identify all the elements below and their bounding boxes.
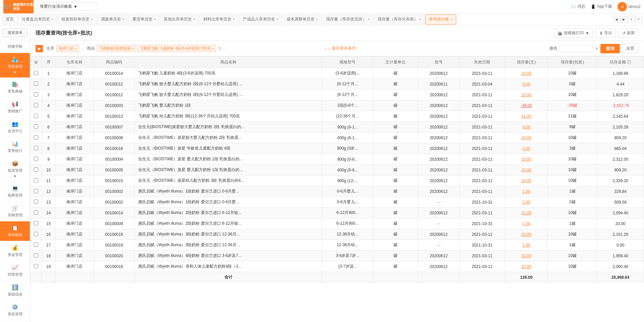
- tag-remove-icon[interactable]: ×: [74, 47, 76, 51]
- tab-material-out[interactable]: 材料出库单历史 ×: [200, 14, 238, 24]
- message-btn[interactable]: ✉️ 消息: [571, 4, 585, 9]
- cell-checkbox[interactable]: [31, 90, 42, 100]
- sidebar-item-retail-stats[interactable]: 📊 零售统计: [0, 137, 30, 157]
- tab-home[interactable]: 首页: [2, 14, 17, 24]
- close-icon[interactable]: ×: [450, 17, 452, 21]
- cell-qty1[interactable]: 10.00: [505, 208, 548, 218]
- cell-checkbox[interactable]: [31, 251, 42, 261]
- sidebar-item-wholesale[interactable]: 📦 批发管理 ▼: [0, 157, 30, 182]
- cell-qty1[interactable]: 11.00: [505, 111, 548, 122]
- tab-cost-adjust[interactable]: 成本调整单历史 ×: [283, 14, 322, 24]
- sidebar-item-collab[interactable]: 🤝 企业协同: [0, 320, 30, 322]
- cell-checkbox[interactable]: [31, 165, 42, 175]
- cell-checkbox[interactable]: [31, 197, 42, 208]
- cell-qty1[interactable]: 10.00: [505, 251, 548, 261]
- cell-checkbox[interactable]: [31, 111, 42, 122]
- search-menu-btn[interactable]: 搜索菜单: [2, 28, 28, 37]
- cell-checkbox[interactable]: [31, 208, 42, 218]
- cell-qty1[interactable]: 0.00: [505, 79, 548, 90]
- cell-qty1[interactable]: 1.00: [505, 218, 548, 229]
- tab-assembly[interactable]: 组装拆卸单历史 ×: [58, 14, 97, 24]
- cell-qty1[interactable]: 1.00: [505, 240, 548, 251]
- cell-qty1[interactable]: 9.00: [505, 122, 548, 132]
- close-icon[interactable]: ×: [122, 17, 124, 21]
- tab-split-inventory[interactable]: 分量盘点单历史 ×: [18, 14, 57, 24]
- cell-qty1[interactable]: 10.00: [505, 90, 548, 100]
- tab-menu-btn[interactable]: ≡: [635, 16, 642, 23]
- close-icon[interactable]: ×: [154, 17, 156, 21]
- close-icon[interactable]: ×: [419, 17, 421, 21]
- cell-checkbox[interactable]: [31, 143, 42, 154]
- cell-qty1[interactable]: 10.00: [505, 68, 548, 79]
- product-tag-1[interactable]: 飞鹤奶粉3段两提装 ×: [97, 45, 137, 52]
- sidebar-item-business[interactable]: 📈 经营管理: [0, 261, 30, 281]
- cell-checkbox[interactable]: [31, 68, 42, 79]
- sidebar-item-mall[interactable]: 🛍️ 零售商城: [0, 78, 30, 98]
- cell-checkbox[interactable]: [31, 79, 42, 90]
- cell-qty1[interactable]: 10.00: [505, 132, 548, 143]
- warehouse-tag-nanantag[interactable]: 南岸门店 ×: [56, 45, 79, 52]
- cell-checkbox[interactable]: [31, 229, 42, 240]
- cell-qty1[interactable]: 3.00: [505, 143, 548, 154]
- sidebar-item-purchase[interactable]: 🛒 采购管理: [0, 202, 30, 221]
- cell-qty1[interactable]: -39.00: [505, 100, 548, 111]
- expand-conditions-btn[interactable]: ⌄⌄ 展开更多条件: [324, 46, 356, 51]
- tab-stock-dist[interactable]: 现存量（库存分布表） ×: [374, 14, 425, 24]
- tag-remove-icon[interactable]: ×: [212, 47, 214, 51]
- sidebar-item-member[interactable]: 👥 会员中心: [0, 117, 30, 137]
- sidebar-item-inventory[interactable]: 📋 库存核算: [0, 221, 30, 241]
- cell-checkbox[interactable]: [31, 122, 42, 132]
- export-btn[interactable]: ⬇ 导出: [596, 28, 616, 38]
- cell-checkbox[interactable]: [31, 154, 42, 165]
- tag-remove-icon[interactable]: ×: [132, 47, 134, 51]
- tab-other-out[interactable]: 其他出库单历史 ×: [160, 14, 199, 24]
- filter-toggle-btn[interactable]: ▶: [36, 45, 43, 52]
- close-icon[interactable]: ×: [233, 17, 235, 21]
- color-filter-input[interactable]: [559, 45, 593, 52]
- cell-qty1[interactable]: 10.00: [505, 229, 548, 240]
- sidebar-item-ecommerce[interactable]: 💻 电商管理: [0, 182, 30, 202]
- cell-checkbox[interactable]: [31, 100, 42, 111]
- sidebar-item-finance[interactable]: 💰 资金管理: [0, 241, 30, 261]
- close-icon[interactable]: ×: [193, 17, 195, 21]
- cell-checkbox[interactable]: [31, 175, 42, 186]
- close-icon[interactable]: ×: [368, 17, 370, 21]
- cell-qty1[interactable]: 10.00: [505, 165, 548, 175]
- cell-checkbox[interactable]: [31, 240, 42, 251]
- close-icon[interactable]: ×: [51, 17, 53, 21]
- tab-next-btn[interactable]: ▶: [621, 16, 627, 23]
- sidebar-item-marketing[interactable]: 📢 营销推广: [0, 98, 30, 117]
- sidebar-item-system[interactable]: ⚙️ 系统管理: [0, 301, 30, 320]
- sidebar-item-retail[interactable]: 🏪 零售管理 ▼: [0, 53, 30, 78]
- template-print-btn[interactable]: 🖨️ 按模板打印 ▼: [554, 28, 593, 38]
- cell-checkbox[interactable]: [31, 186, 42, 197]
- quick-nav-btn[interactable]: 快捷导航: [2, 42, 28, 51]
- close-icon[interactable]: ×: [91, 17, 93, 21]
- cell-checkbox[interactable]: [31, 132, 42, 143]
- tab-transfer[interactable]: 调拨单历史 ×: [97, 14, 128, 24]
- tab-product-in[interactable]: 产成品入库单历史 ×: [239, 14, 282, 24]
- account-selector[interactable]: 母婴行业演示账套 ▼: [37, 2, 97, 11]
- cell-checkbox[interactable]: [31, 261, 42, 272]
- tab-stock-status[interactable]: 现存量（库存状况表） ×: [322, 14, 373, 24]
- cell-qty1[interactable]: 2.00: [505, 197, 548, 208]
- app-download-btn[interactable]: 📱 App下载: [591, 4, 612, 9]
- tab-stock-batch[interactable]: 库存批次账 ×: [425, 14, 456, 24]
- refresh-btn[interactable]: ↺ 刷新: [619, 28, 639, 38]
- sidebar-item-basics[interactable]: ℹ️ 基础信息: [0, 281, 30, 301]
- cell-qty1[interactable]: 1.00: [505, 186, 548, 197]
- close-icon[interactable]: ×: [276, 17, 278, 21]
- cell-qty1[interactable]: 10.00: [505, 175, 548, 186]
- product-tag-2[interactable]: 飞鹤星飞帆 儿童奶粉 4段(3-6岁适用) 700克 ×: [138, 45, 216, 52]
- close-icon[interactable]: ×: [316, 17, 318, 21]
- cell-qty1[interactable]: 10.00: [505, 261, 548, 272]
- tab-close-btn[interactable]: ×: [628, 16, 635, 23]
- footer-empty: [94, 272, 135, 283]
- query-btn[interactable]: 查询: [600, 44, 620, 53]
- tab-order[interactable]: 要货单历史 ×: [129, 14, 160, 24]
- cell-qty1[interactable]: 10.00: [505, 154, 548, 165]
- tab-prev-btn[interactable]: ◀: [613, 16, 620, 23]
- user-area[interactable]: d demo2: [618, 2, 641, 11]
- setting-btn[interactable]: 设置: [622, 44, 639, 53]
- cell-checkbox[interactable]: [31, 218, 42, 229]
